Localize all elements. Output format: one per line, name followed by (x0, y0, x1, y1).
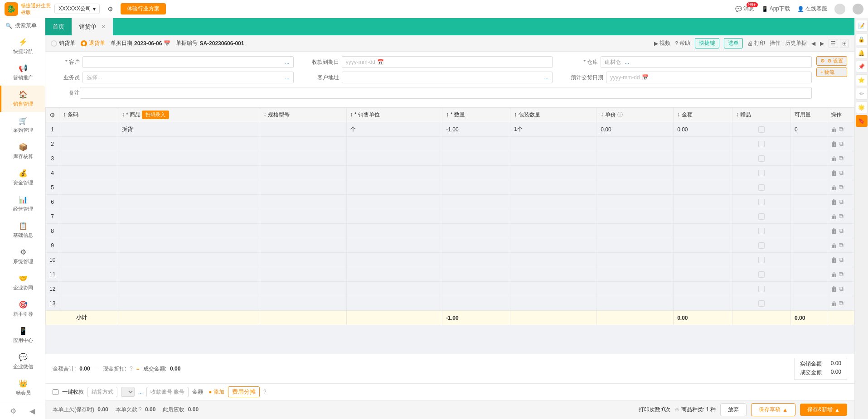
copy-icon-1[interactable]: ⧉ (839, 140, 844, 148)
cell-gift-0[interactable] (732, 122, 790, 137)
cell-unit-price-1[interactable] (597, 137, 674, 151)
add-pay-btn[interactable]: ● 添加 (209, 388, 224, 396)
trial-button[interactable]: 体验行业方案 (121, 3, 166, 14)
cell-product-5[interactable] (118, 195, 260, 209)
cell-pack-qty-4[interactable] (510, 180, 597, 195)
right-panel-btn-7[interactable]: 🌟 (856, 101, 868, 113)
delete-icon-0[interactable]: 🗑 (831, 126, 837, 133)
cell-gift-6[interactable] (732, 209, 790, 224)
cell-qty-11[interactable] (442, 282, 510, 296)
sidebar-item-quick-nav[interactable]: ⚡ 快捷导航 (0, 33, 45, 59)
delete-icon-8[interactable]: 🗑 (831, 242, 837, 249)
delete-icon-7[interactable]: 🗑 (831, 227, 837, 235)
cell-unit-10[interactable] (346, 267, 442, 282)
sidebar-item-enterprise[interactable]: 🤝 企业协同 (0, 270, 45, 296)
cell-unit-7[interactable] (346, 224, 442, 238)
cell-qty-6[interactable] (442, 209, 510, 224)
right-panel-btn-1[interactable]: 📝 (856, 20, 868, 32)
avatar[interactable] (834, 4, 845, 14)
gear-icon[interactable]: ⚙ (49, 111, 55, 119)
cell-unit-price-8[interactable] (597, 238, 674, 253)
cell-gift-12[interactable] (732, 296, 790, 311)
cell-amount-8[interactable] (674, 238, 732, 253)
cell-product-6[interactable] (118, 209, 260, 224)
expense-split-btn[interactable]: 费用分摊 (228, 386, 260, 397)
delete-icon-3[interactable]: 🗑 (831, 169, 837, 177)
radio-return-order[interactable]: 退货单 (81, 39, 105, 47)
sidebar-item-guide[interactable]: 🎯 新手引导 (0, 296, 45, 322)
pay-dots[interactable]: ... (138, 389, 143, 395)
cell-amount-4[interactable] (674, 180, 732, 195)
customer-input[interactable]: ... (82, 56, 294, 68)
pay-method[interactable]: 结算方式 (87, 387, 117, 397)
cell-spec-1[interactable] (260, 137, 346, 151)
save-new-button[interactable]: 保存&新增 ▲ (800, 404, 847, 416)
select-btn[interactable]: 选单 (724, 38, 743, 48)
copy-icon-10[interactable]: ⧉ (839, 270, 844, 278)
cell-pack-qty-8[interactable] (510, 238, 597, 253)
delete-icon-11[interactable]: 🗑 (831, 285, 837, 293)
gift-checkbox-4[interactable] (758, 184, 765, 191)
cell-qty-0[interactable]: -1.00 (442, 122, 510, 137)
copy-icon-0[interactable]: ⧉ (839, 125, 844, 133)
delete-icon-5[interactable]: 🗑 (831, 198, 837, 206)
sidebar-item-purchase[interactable]: 🛒 采购管理 (0, 112, 45, 138)
cell-spec-9[interactable] (260, 253, 346, 267)
cell-barcode-8[interactable] (59, 238, 118, 253)
cell-pack-qty-3[interactable] (510, 166, 597, 180)
cell-product-8[interactable] (118, 238, 260, 253)
gift-checkbox-5[interactable] (758, 199, 765, 205)
cell-barcode-2[interactable] (59, 151, 118, 166)
cell-amount-0[interactable]: 0.00 (674, 122, 732, 137)
cell-product-1[interactable] (118, 137, 260, 151)
expected-date-input[interactable]: yyyy-mm-dd 📅 (606, 72, 812, 83)
cell-pack-qty-9[interactable] (510, 253, 597, 267)
expected-calendar-icon[interactable]: 📅 (642, 74, 649, 81)
cell-product-7[interactable] (118, 224, 260, 238)
cell-gift-11[interactable] (732, 282, 790, 296)
tab-sales-order[interactable]: 销货单 ✕ (72, 18, 113, 35)
cell-barcode-0[interactable] (59, 122, 118, 137)
cell-amount-12[interactable] (674, 296, 732, 311)
cell-unit-8[interactable] (346, 238, 442, 253)
cell-gift-1[interactable] (732, 137, 790, 151)
copy-icon-5[interactable]: ⧉ (839, 198, 844, 206)
cell-gift-8[interactable] (732, 238, 790, 253)
cell-spec-8[interactable] (260, 238, 346, 253)
cell-unit-11[interactable] (346, 282, 442, 296)
cell-gift-2[interactable] (732, 151, 790, 166)
sidebar-search[interactable]: 🔍 搜索菜单 (0, 18, 45, 33)
cell-barcode-1[interactable] (59, 137, 118, 151)
cell-pack-qty-11[interactable] (510, 282, 597, 296)
sidebar-item-operation[interactable]: 📊 经营管理 (0, 191, 45, 217)
delete-icon-12[interactable]: 🗑 (831, 300, 837, 307)
cell-amount-6[interactable] (674, 209, 732, 224)
calendar-icon[interactable]: 📅 (164, 40, 170, 47)
video-btn[interactable]: ▶ 视频 (654, 39, 670, 47)
cell-qty-8[interactable] (442, 238, 510, 253)
cell-amount-2[interactable] (674, 151, 732, 166)
cell-barcode-7[interactable] (59, 224, 118, 238)
cell-product-10[interactable] (118, 267, 260, 282)
one-click-checkbox[interactable] (53, 389, 58, 395)
cell-barcode-5[interactable] (59, 195, 118, 209)
cell-spec-5[interactable] (260, 195, 346, 209)
cell-gift-3[interactable] (732, 166, 790, 180)
abandon-button[interactable]: 放弃 (720, 403, 747, 416)
cell-product-11[interactable] (118, 282, 260, 296)
col-settings[interactable]: ⚙ (46, 108, 59, 122)
gift-checkbox-12[interactable] (758, 300, 765, 307)
view-grid-btn[interactable]: ⊞ (840, 39, 849, 48)
cell-product-2[interactable] (118, 151, 260, 166)
sidebar-item-inventory[interactable]: 📦 库存核算 (0, 138, 45, 164)
right-panel-btn-2[interactable]: 🔒 (856, 34, 868, 45)
customer-dots[interactable]: ... (285, 59, 290, 65)
cell-unit-price-12[interactable] (597, 296, 674, 311)
cell-unit-4[interactable] (346, 180, 442, 195)
cell-unit-price-0[interactable]: 0.00 (597, 122, 674, 137)
cell-amount-1[interactable] (674, 137, 732, 151)
sidebar-item-system[interactable]: ⚙ 系统管理 (0, 243, 45, 270)
delete-icon-1[interactable]: 🗑 (831, 140, 837, 148)
cell-gift-10[interactable] (732, 267, 790, 282)
scan-button[interactable]: 扫码录入 (142, 111, 169, 119)
